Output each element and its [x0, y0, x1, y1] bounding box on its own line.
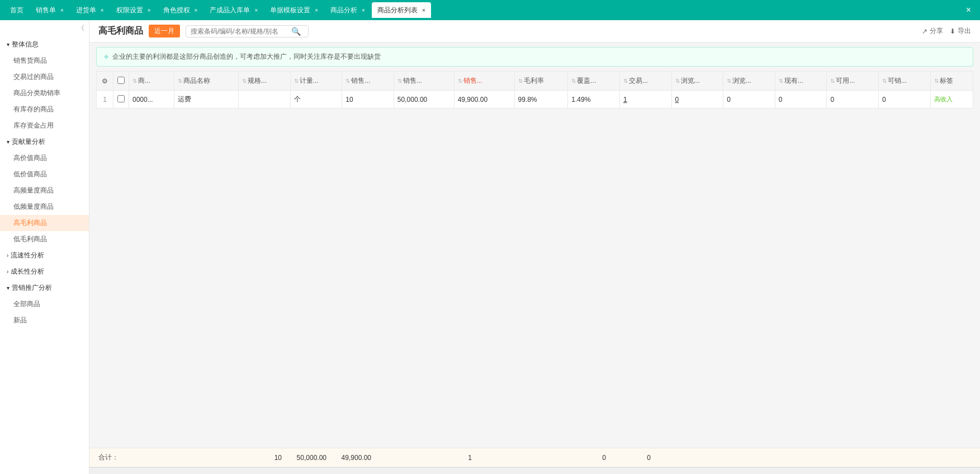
row-trade-count: 1	[619, 91, 671, 109]
row-unit: 个	[290, 91, 342, 109]
window-close-button[interactable]: ×	[962, 5, 976, 15]
settings-icon[interactable]: ⚙	[102, 77, 108, 85]
row-browse1: 0	[671, 91, 723, 109]
sort-icon-11: ⇅	[675, 78, 680, 84]
search-icon[interactable]: 🔍	[291, 27, 301, 36]
main-layout: 《 ▾ 整体信息 销售货商品 交易过的商品 商品分类助销率 有库存的商品 库存资…	[0, 20, 980, 474]
col-sales-qty[interactable]: ⇅销售...	[342, 72, 394, 91]
close-role-tab[interactable]: ×	[195, 7, 198, 13]
sidebar-item-low-freq[interactable]: 低频量度商品	[0, 199, 89, 215]
trade-count-link[interactable]: 1	[623, 96, 627, 104]
search-box: 🔍	[186, 25, 309, 37]
sort-icon-2: ⇅	[178, 78, 182, 84]
sidebar-group-overview[interactable]: ▾ 整体信息	[0, 36, 89, 53]
content-header: 高毛利商品 近一月 🔍 ↗ 分享 ⬇ 导出	[89, 20, 980, 43]
info-icon: ✧	[103, 53, 109, 61]
row-select-checkbox[interactable]	[117, 95, 125, 102]
col-browse2[interactable]: ⇅浏览...	[723, 72, 775, 91]
tab-role[interactable]: 角色授权 ×	[158, 2, 203, 18]
col-unit[interactable]: ⇅计量...	[290, 72, 342, 91]
tab-home[interactable]: 首页	[4, 2, 29, 18]
col-sales-amount[interactable]: ⇅销售...	[394, 72, 454, 91]
arrow-down-icon: ▾	[7, 41, 10, 48]
footer-sales-qty: 10	[242, 454, 286, 462]
sort-icon-3: ⇅	[242, 78, 247, 84]
sidebar-group-growth[interactable]: › 成长性分析	[0, 264, 89, 280]
col-spec[interactable]: ⇅规格...	[239, 72, 291, 91]
sidebar-item-all-goods[interactable]: 全部商品	[0, 296, 89, 312]
data-table: ⚙ ⇅商... ⇅商品名称 ⇅规格... ⇅计量... ⇅销售... ⇅销售..…	[96, 71, 973, 109]
tab-analysis[interactable]: 商品分析 ×	[325, 2, 371, 18]
select-all-checkbox[interactable]	[117, 77, 125, 84]
sort-icon-13: ⇅	[779, 78, 783, 84]
row-number: 1	[97, 91, 113, 109]
search-input[interactable]	[191, 27, 291, 35]
tab-product-entry[interactable]: 产成品入库单 ×	[204, 2, 263, 18]
sidebar-item-high-freq[interactable]: 高频量度商品	[0, 182, 89, 199]
footer-label: 合计：	[98, 453, 119, 462]
content-area: 高毛利商品 近一月 🔍 ↗ 分享 ⬇ 导出 ✧ 企业的主要的利润都是这部分商品创…	[89, 20, 980, 474]
sidebar-group-wealth[interactable]: ▾ 贡献量分析	[0, 134, 89, 150]
col-name[interactable]: ⇅商品名称	[174, 72, 238, 91]
arrow-right-icon: ›	[7, 252, 8, 259]
sidebar-collapse-button[interactable]: 《	[0, 20, 89, 36]
sort-icon-6: ⇅	[397, 78, 402, 84]
arrow-down-icon-3: ▾	[7, 285, 10, 291]
export-button[interactable]: ⬇ 导出	[950, 26, 971, 36]
tab-purchase[interactable]: 进货单 ×	[70, 2, 110, 18]
table-header-row: ⚙ ⇅商... ⇅商品名称 ⇅规格... ⇅计量... ⇅销售... ⇅销售..…	[97, 72, 973, 91]
sidebar-item-high-value[interactable]: 高价值商品	[0, 150, 89, 166]
sidebar-item-high-margin[interactable]: 高毛利商品	[0, 215, 89, 231]
row-coverage: 1.49%	[568, 91, 620, 109]
footer-trade-count: 1	[432, 454, 476, 462]
col-current-stock[interactable]: ⇅现有...	[775, 72, 827, 91]
sidebar-item-inventory-capital[interactable]: 库存资金占用	[0, 118, 89, 134]
col-trade-count[interactable]: ⇅交易...	[619, 72, 671, 91]
col-checkbox[interactable]	[113, 72, 129, 91]
col-sellable[interactable]: ⇅可销...	[879, 72, 931, 91]
row-available: 0	[827, 91, 879, 109]
sort-icon-16: ⇅	[934, 78, 939, 84]
sidebar-item-traded-goods[interactable]: 交易过的商品	[0, 69, 89, 85]
sidebar-item-goods-analysis[interactable]: 商品分类助销率	[0, 85, 89, 101]
close-analysis-tab[interactable]: ×	[362, 7, 365, 13]
close-permission-tab[interactable]: ×	[148, 7, 151, 13]
row-gross-margin: 99.8%	[514, 91, 568, 109]
row-checkbox[interactable]	[113, 91, 129, 109]
col-browse1[interactable]: ⇅浏览...	[671, 72, 723, 91]
col-code[interactable]: ⇅商...	[129, 72, 174, 91]
col-available[interactable]: ⇅可用...	[827, 72, 879, 91]
tab-analysis-list[interactable]: 商品分析列表 ×	[372, 2, 431, 18]
arrow-right-icon-2: ›	[7, 269, 8, 275]
sidebar-item-low-value[interactable]: 低价值商品	[0, 166, 89, 182]
sidebar-group-marketing[interactable]: ▾ 营销推广分析	[0, 280, 89, 296]
export-icon: ⬇	[950, 27, 955, 35]
share-button[interactable]: ↗ 分享	[922, 26, 943, 36]
tab-permission[interactable]: 权限设置 ×	[111, 2, 157, 18]
sidebar: 《 ▾ 整体信息 销售货商品 交易过的商品 商品分类助销率 有库存的商品 库存资…	[0, 20, 89, 474]
footer-sales-cost: 49,900.00	[331, 454, 376, 462]
close-sales-tab[interactable]: ×	[60, 7, 64, 13]
horizontal-scrollbar[interactable]	[89, 467, 980, 474]
sidebar-item-low-margin[interactable]: 低毛利商品	[0, 231, 89, 247]
col-settings[interactable]: ⚙	[97, 72, 113, 91]
col-tag[interactable]: ⇅标签	[930, 72, 973, 91]
close-product-entry-tab[interactable]: ×	[254, 7, 258, 13]
filter-recent-month-button[interactable]: 近一月	[149, 25, 180, 37]
tab-sales[interactable]: 销售单 ×	[30, 2, 69, 18]
header-actions: ↗ 分享 ⬇ 导出	[922, 26, 971, 36]
footer-available: 0	[610, 454, 655, 462]
sidebar-item-inventory-goods[interactable]: 有库存的商品	[0, 101, 89, 118]
info-banner: ✧ 企业的主要的利润都是这部分商品创造的，可考虑加大推广，同时关注库存是不要出现…	[96, 47, 973, 67]
close-purchase-tab[interactable]: ×	[101, 7, 104, 13]
browse1-link[interactable]: 0	[675, 96, 679, 104]
col-sales-cost[interactable]: ⇅销售...	[454, 72, 514, 91]
sidebar-item-sales-goods[interactable]: 销售货商品	[0, 53, 89, 69]
close-analysis-list-tab[interactable]: ×	[422, 7, 425, 13]
col-gross-margin[interactable]: ⇅毛利率	[514, 72, 568, 91]
sidebar-group-flow[interactable]: › 流速性分析	[0, 247, 89, 264]
sidebar-item-new-goods[interactable]: 新品	[0, 312, 89, 328]
tab-template[interactable]: 单据模板设置 ×	[264, 2, 324, 18]
close-template-tab[interactable]: ×	[315, 7, 318, 13]
col-coverage[interactable]: ⇅覆盖...	[568, 72, 620, 91]
